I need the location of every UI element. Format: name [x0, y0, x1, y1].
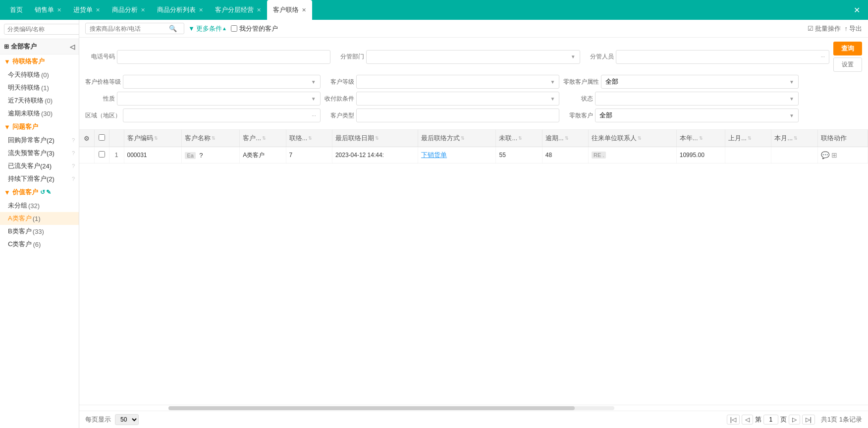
col-not-contact[interactable]: 未联... ⇅	[496, 130, 542, 147]
filter-row-1: 电话号码 分管部门 ▼ 分管人员 ···	[85, 42, 862, 72]
page-number-input[interactable]	[763, 415, 778, 425]
nav-tab-product-list[interactable]: 商品分析列表 ✕	[151, 0, 209, 20]
sidebar-item-declining[interactable]: 持续下滑客户 (2) ?	[0, 172, 79, 185]
nav-tab-sales[interactable]: 销售单 ✕	[29, 0, 67, 20]
region-input[interactable]: ···	[123, 108, 321, 122]
col-last-month[interactable]: 上月... ⇅	[725, 130, 771, 147]
problem-customer-group[interactable]: ▼ 问题客户	[0, 120, 79, 134]
help-icon3: ?	[72, 163, 75, 169]
arrow-down-icon4: ▼	[789, 79, 794, 85]
sidebar-item-ungrouped[interactable]: 未分组 (32)	[0, 199, 79, 212]
collapse-icon: ◁	[70, 43, 75, 51]
window-close-button[interactable]: ✕	[850, 5, 864, 15]
customer-type-input[interactable]	[356, 108, 560, 122]
status-select[interactable]: ▼	[595, 92, 799, 106]
message-icon[interactable]: 💬	[821, 151, 829, 159]
sidebar-item-7days-contact[interactable]: 近7天待联络 (0)	[0, 94, 79, 107]
sidebar-item-churn-warning[interactable]: 流失预警客户 (3) ?	[0, 147, 79, 160]
customer-level-field: 客户等级 ▼	[325, 75, 560, 89]
col-this-month[interactable]: 本月... ⇅	[771, 130, 817, 147]
value-customer-group[interactable]: ▼ 价值客户 ↺ ✎	[0, 185, 79, 199]
row-overdue-cell: 48	[542, 147, 588, 163]
sidebar-item-repurchase-abnormal[interactable]: 回购异常客户 (2) ?	[0, 134, 79, 147]
region-label: 区域（地区）	[85, 111, 121, 120]
row-last-contact-method-cell[interactable]: 下销货单	[418, 147, 496, 163]
col-last-contact-date[interactable]: 最后联络日期 ⇅	[332, 130, 418, 147]
arrow-down-icon8: ▼	[789, 113, 794, 118]
pending-contact-group[interactable]: ▼ 待联络客户	[0, 54, 79, 68]
sort-icon12: ⇅	[794, 136, 798, 141]
sidebar-search-area: 🔍	[0, 20, 79, 39]
sidebar-item-overdue-contact[interactable]: 逾期未联络 (30)	[0, 107, 79, 120]
filter-search-icon[interactable]: 🔍	[169, 25, 177, 32]
sidebar-search-input[interactable]	[4, 24, 79, 35]
close-customer-contact-tab[interactable]: ✕	[302, 7, 306, 13]
close-product-analysis-tab[interactable]: ✕	[141, 7, 145, 13]
col-this-year[interactable]: 本年... ⇅	[676, 130, 725, 147]
filter-row-4: 区域（地区） ··· 客户类型 零散客户 全部 ▼	[85, 108, 862, 122]
phone-input[interactable]	[117, 50, 330, 64]
nav-tab-product-analysis[interactable]: 商品分析 ✕	[106, 0, 151, 20]
page-size-select[interactable]: 50	[115, 414, 139, 425]
nav-tab-purchase[interactable]: 进货单 ✕	[67, 0, 106, 20]
customer-table: ⚙ 客户编码 ⇅	[79, 130, 868, 163]
col-customer-name[interactable]: 客户名称 ⇅	[182, 130, 240, 147]
col-contact[interactable]: 联络... ⇅	[286, 130, 332, 147]
row-level-cell: A类客户	[240, 147, 286, 163]
batch-operation-button[interactable]: ☑ 批量操作	[808, 24, 841, 33]
sidebar-item-class-a[interactable]: A类客户 (1)	[0, 212, 79, 225]
my-customers-checkbox[interactable]	[231, 25, 237, 32]
payment-select[interactable]: ▼	[356, 92, 560, 106]
nav-tab-customer-contact[interactable]: 客户联络 ✕	[267, 0, 312, 20]
close-product-list-tab[interactable]: ✕	[199, 7, 203, 13]
edit-icon[interactable]: ✎	[46, 189, 51, 196]
settings-icon[interactable]: ⚙	[84, 135, 90, 142]
sidebar-item-churned[interactable]: 已流失客户 (24) ?	[0, 160, 79, 172]
first-page-button[interactable]: |◁	[727, 415, 740, 425]
sidebar-item-tomorrow-contact[interactable]: 明天待联络 (1)	[0, 81, 79, 94]
arrow-down-icon6: ▼	[550, 96, 555, 102]
settings-button[interactable]: 设置	[833, 57, 862, 72]
filter-search-container: 🔍	[85, 23, 184, 34]
export-button[interactable]: ↑ 导出	[845, 24, 863, 33]
more-conditions-button[interactable]: ▼ 更多条件 ▲	[188, 24, 227, 33]
sidebar-item-class-b[interactable]: B类客户 (33)	[0, 225, 79, 238]
close-sales-tab[interactable]: ✕	[57, 7, 61, 13]
row-this-year-cell: 10995.00	[676, 147, 725, 163]
manager-input[interactable]: ···	[616, 50, 829, 64]
scrollbar-thumb[interactable]	[168, 406, 575, 410]
all-customers-header[interactable]: ⊞ 全部客户 ◁	[0, 39, 79, 54]
close-purchase-tab[interactable]: ✕	[96, 7, 100, 13]
last-page-button[interactable]: ▷|	[802, 415, 815, 425]
price-level-select[interactable]: ▼	[123, 75, 321, 89]
link-icon[interactable]: ⊞	[831, 151, 837, 159]
horizontal-scrollbar[interactable]	[79, 405, 868, 411]
next-page-button[interactable]: ▷	[789, 415, 800, 425]
payment-label: 收付款条件	[325, 95, 354, 103]
select-all-checkbox[interactable]	[99, 134, 105, 141]
nav-home[interactable]: 首页	[4, 0, 29, 20]
sidebar-item-class-c[interactable]: C类客户 (6)	[0, 238, 79, 251]
nature-select[interactable]: ▼	[117, 92, 321, 106]
col-customer-level[interactable]: 客户... ⇅	[240, 130, 286, 147]
col-last-contact-method[interactable]: 最后联络方式 ⇅	[418, 130, 496, 147]
prev-page-button[interactable]: ◁	[742, 415, 753, 425]
department-select[interactable]: ▼	[366, 50, 580, 64]
sort-icon5: ⇅	[375, 136, 379, 141]
close-customer-segment-tab[interactable]: ✕	[257, 7, 261, 13]
row-checkbox[interactable]	[99, 151, 105, 158]
refresh-icon[interactable]: ↺	[40, 189, 45, 196]
filter-search-input[interactable]	[90, 25, 169, 32]
col-unit-contact[interactable]: 往来单位联系人 ⇅	[589, 130, 677, 147]
sidebar-item-today-contact[interactable]: 今天待联络 (0)	[0, 68, 79, 81]
col-customer-code[interactable]: 客户编码 ⇅	[124, 130, 182, 147]
retail-attr-select[interactable]: 全部 ▼	[601, 75, 799, 89]
retail-customer-select[interactable]: 全部 ▼	[595, 108, 799, 122]
col-overdue[interactable]: 逾期... ⇅	[542, 130, 588, 147]
retail-attr-field: 零散客户属性 全部 ▼	[563, 75, 799, 89]
filter-bar: 🔍 ▼ 更多条件 ▲ 我分管的客户 ☑ 批量操作 ↑ 导出	[79, 20, 868, 38]
nav-tab-customer-segment[interactable]: 客户分层经营 ✕	[209, 0, 267, 20]
col-settings[interactable]: ⚙	[79, 130, 94, 147]
customer-level-select[interactable]: ▼	[356, 75, 560, 89]
query-button[interactable]: 查询	[833, 42, 862, 55]
